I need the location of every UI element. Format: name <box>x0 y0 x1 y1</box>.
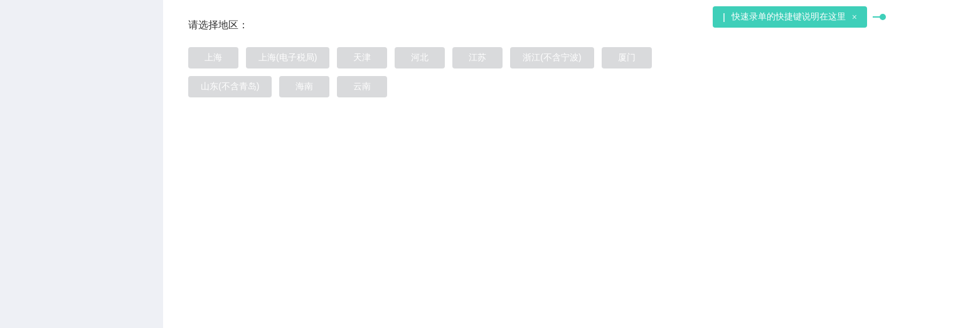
region-button-shanghai-etax[interactable]: 上海(电子税局) <box>246 47 329 68</box>
region-row-2: 山东(不含青岛)海南云南 <box>188 76 955 97</box>
region-button-jiangsu[interactable]: 江苏 <box>452 47 503 68</box>
region-button-hebei[interactable]: 河北 <box>395 47 445 68</box>
region-button-zhejiang[interactable]: 浙江(不含宁波) <box>510 47 594 68</box>
tooltip-close-button[interactable]: × <box>852 12 857 22</box>
main-content: 请选择地区： 上海上海(电子税局)天津河北江苏浙江(不含宁波)厦门 山东(不含青… <box>163 0 980 328</box>
tooltip-banner: 快速录单的快捷键说明在这里 × <box>713 6 867 28</box>
region-row-1: 上海上海(电子税局)天津河北江苏浙江(不含宁波)厦门 <box>188 47 955 68</box>
tooltip-connector-dot <box>880 14 886 20</box>
tooltip-text: 快速录单的快捷键说明在这里 <box>732 11 846 23</box>
region-button-shanghai[interactable]: 上海 <box>188 47 238 68</box>
region-button-tianjin[interactable]: 天津 <box>337 47 387 68</box>
region-button-shandong[interactable]: 山东(不含青岛) <box>188 76 272 97</box>
region-button-xiamen[interactable]: 厦门 <box>602 47 652 68</box>
region-button-yunnan[interactable]: 云南 <box>337 76 387 97</box>
region-button-hainan[interactable]: 海南 <box>279 76 329 97</box>
sidebar <box>0 0 163 328</box>
